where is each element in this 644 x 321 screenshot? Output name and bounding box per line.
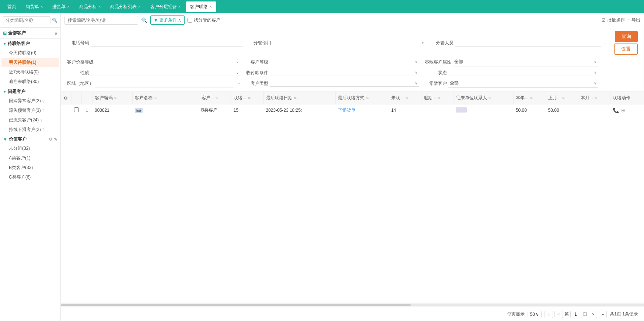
sort-icon: ⇅ bbox=[530, 96, 533, 100]
close-icon[interactable]: × bbox=[209, 4, 211, 9]
filter-gender-select[interactable]: ∨ bbox=[91, 69, 240, 76]
per-page-select[interactable]: 50 ∨ bbox=[528, 311, 542, 318]
th-customer-name[interactable]: 客户名称 ⇅ bbox=[133, 92, 199, 104]
sidebar-all-customers[interactable]: ⊞ 全部客户 « bbox=[0, 28, 60, 39]
close-icon[interactable]: × bbox=[67, 4, 69, 9]
close-icon[interactable]: × bbox=[98, 4, 101, 9]
filter-row-2: 客户价格等级 ∨ 客户等级 ∨ 零散客户属性 全部 bbox=[67, 58, 638, 66]
th-last-contact-date[interactable]: 最后联络日期 ⇅ bbox=[263, 92, 335, 104]
help-icon[interactable]: ? bbox=[42, 128, 45, 132]
sidebar-item-abnormal-repurchase[interactable]: 回购异常客户(2) ? bbox=[1, 96, 59, 106]
filter-search-input[interactable] bbox=[64, 16, 138, 25]
th-overdue[interactable]: 逾期... ⇅ bbox=[421, 92, 454, 104]
td-contact-count: 15 bbox=[231, 104, 264, 116]
chevron-down-icon: ∨ bbox=[415, 60, 417, 64]
help-icon[interactable]: ? bbox=[40, 118, 42, 122]
nav-customer-tier[interactable]: 客户分层经营 × bbox=[146, 1, 185, 12]
filter-price-level-select[interactable]: ∨ bbox=[95, 59, 240, 65]
next-page-button[interactable]: > bbox=[589, 311, 597, 318]
th-contact-count[interactable]: 联络... ⇅ bbox=[231, 92, 264, 104]
close-icon[interactable]: × bbox=[138, 4, 140, 9]
filter-retail-attr-select[interactable]: 全部 ∨ bbox=[453, 58, 598, 66]
sort-icon: ⇅ bbox=[294, 96, 297, 100]
filter-dept-select[interactable]: ∨ bbox=[273, 39, 425, 46]
row-checkbox[interactable] bbox=[74, 107, 79, 112]
table-row: 1 000021 Ea B类客户 15 2023-05-23 18:25: 下销… bbox=[61, 104, 644, 116]
sidebar-item-overdue-contact[interactable]: 逾期未联络(30) bbox=[1, 77, 59, 86]
filter-retail-customer-select[interactable]: 全部 ∨ bbox=[448, 79, 598, 88]
sidebar-item-today-pending[interactable]: 今天待联络(0) bbox=[1, 48, 59, 58]
last-page-button[interactable]: » bbox=[599, 311, 607, 318]
close-icon[interactable]: × bbox=[41, 4, 43, 9]
grid-icon[interactable]: ⊞ bbox=[621, 107, 626, 113]
filter-phone-input[interactable] bbox=[91, 39, 243, 47]
th-no-contact[interactable]: 未联... ⇅ bbox=[389, 92, 421, 104]
filter-row-4: 区域（地区） ··· 客户类型 ∨ 零散客户 全部 ∨ bbox=[67, 79, 638, 88]
nav-customer-contact[interactable]: 客户联络 × bbox=[186, 1, 216, 12]
filter-region-input[interactable] bbox=[95, 79, 234, 87]
filter-payment-select[interactable]: ∨ bbox=[270, 69, 419, 76]
filter-customer-level-select[interactable]: ∨ bbox=[270, 59, 419, 65]
sidebar-search-input[interactable] bbox=[3, 16, 50, 24]
sidebar-item-c-class[interactable]: C类客户(6) bbox=[1, 173, 59, 182]
filter-status-select[interactable]: ∨ bbox=[448, 69, 598, 76]
sidebar-item-churn-warning[interactable]: 流失预警客户(3) ? bbox=[1, 106, 59, 115]
export-button[interactable]: ↑ 导出 bbox=[628, 17, 640, 23]
sidebar-item-tomorrow-pending[interactable]: 明天待联络(1) bbox=[1, 58, 59, 67]
sort-icon: ⇅ bbox=[215, 96, 218, 100]
refresh-icon[interactable]: ↺ bbox=[49, 137, 52, 142]
th-last-month[interactable]: 上月... ⇅ bbox=[546, 92, 578, 104]
th-customer-code[interactable]: 客户编码 ⇅ bbox=[92, 92, 133, 104]
filter-person-input[interactable] bbox=[455, 39, 601, 47]
last-contact-way-link[interactable]: 下销货单 bbox=[338, 107, 356, 113]
th-gear[interactable]: ⚙ bbox=[61, 92, 71, 104]
help-icon[interactable]: ? bbox=[42, 108, 45, 113]
close-icon[interactable]: × bbox=[178, 4, 181, 9]
sidebar-item-churned[interactable]: 已流失客户(24) ? bbox=[1, 115, 59, 125]
query-button[interactable]: 查询 bbox=[615, 31, 638, 42]
th-customer-type[interactable]: 客户... ⇅ bbox=[199, 92, 231, 104]
collapse-icon[interactable]: « bbox=[55, 30, 57, 36]
nav-sales-order[interactable]: 销货单 × bbox=[21, 1, 47, 12]
my-customers-checkbox-label[interactable]: 我分管的客户 bbox=[188, 17, 220, 23]
horizontal-scrollbar[interactable] bbox=[61, 303, 644, 307]
sidebar-item-ungrouped[interactable]: 未分组(32) bbox=[1, 144, 59, 153]
sidebar-item-b-class[interactable]: B类客户(33) bbox=[1, 163, 59, 172]
batch-operation-button[interactable]: ☑ 批量操作 bbox=[602, 17, 625, 23]
nav-home[interactable]: 首页 bbox=[3, 1, 21, 12]
td-checkbox[interactable] bbox=[71, 104, 81, 116]
sidebar-item-7day-pending[interactable]: 近7天待联络(0) bbox=[1, 68, 59, 77]
chevron-down-icon: ∨ bbox=[236, 60, 239, 64]
filter-more-button[interactable]: ▼ 更多条件 ∧ bbox=[150, 15, 185, 25]
filter-search-button[interactable]: 🔍 bbox=[141, 17, 147, 23]
set-button[interactable]: 设置 bbox=[614, 44, 638, 55]
sidebar-item-declining[interactable]: 持续下滑客户(2) ? bbox=[1, 125, 59, 134]
more-icon[interactable]: ··· bbox=[604, 40, 608, 45]
th-this-month[interactable]: 本月... ⇅ bbox=[578, 92, 610, 104]
filter-bar: 🔍 ▼ 更多条件 ∧ 我分管的客户 ☑ 批量操作 ↑ 导出 bbox=[61, 13, 644, 27]
help-icon[interactable]: ? bbox=[42, 99, 45, 103]
sort-icon: ⇅ bbox=[366, 96, 369, 100]
prev-page-button[interactable]: < bbox=[554, 311, 563, 318]
nav-product-analysis-list[interactable]: 商品分析列表 × bbox=[106, 1, 145, 12]
filter-action-col: 查询 设置 bbox=[610, 31, 638, 55]
filter-customer-type-select[interactable]: ∨ bbox=[270, 80, 419, 87]
edit-icon[interactable]: ✎ bbox=[54, 137, 57, 142]
sidebar-search-icon[interactable]: 🔍 bbox=[52, 18, 57, 23]
my-customers-checkbox[interactable] bbox=[188, 18, 192, 23]
th-last-contact-way[interactable]: 最后联络方式 ⇅ bbox=[336, 92, 389, 104]
th-this-year[interactable]: 本年... ⇅ bbox=[514, 92, 546, 104]
first-page-button[interactable]: « bbox=[545, 311, 553, 318]
td-this-month bbox=[578, 104, 610, 116]
nav-purchase-order[interactable]: 进货单 × bbox=[48, 1, 74, 12]
phone-icon[interactable]: 📞 bbox=[613, 107, 619, 113]
nav-product-analysis[interactable]: 商品分析 × bbox=[75, 1, 105, 12]
pagination: « < 第 页 > » bbox=[545, 311, 607, 318]
more-icon[interactable]: ··· bbox=[237, 81, 240, 86]
page-number-input[interactable] bbox=[570, 311, 581, 318]
sidebar-item-a-class[interactable]: A类客户(1) bbox=[1, 153, 59, 163]
filter-customer-type-cell: 客户类型 ∨ bbox=[243, 80, 422, 87]
th-partner-contact[interactable]: 往来单位联系人 ⇅ bbox=[454, 92, 514, 104]
filter-gender-cell: 性质 ∨ bbox=[67, 69, 243, 76]
filter-row-3: 性质 ∨ 收付款条件 ∨ 状态 bbox=[67, 69, 638, 76]
